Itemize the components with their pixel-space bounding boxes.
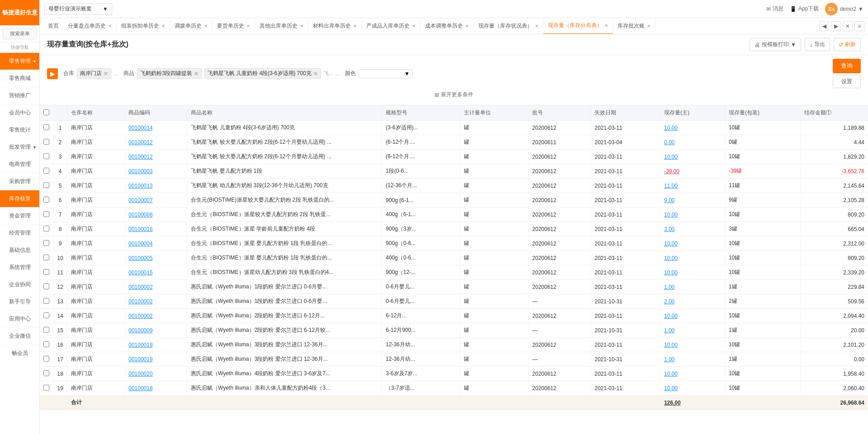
row-checkbox[interactable] (43, 370, 49, 376)
tab-combo-disassemble[interactable]: 组装拆卸单历史 ✕ (117, 18, 170, 34)
tab-home[interactable]: 首页 (43, 22, 63, 30)
cell-code[interactable]: 00100003 (125, 164, 187, 179)
row-checkbox[interactable] (43, 269, 49, 275)
tab-close-icon[interactable]: ✕ (300, 24, 303, 28)
cell-checkbox[interactable] (40, 338, 53, 352)
search-menu-button[interactable]: 搜索菜单 (3, 28, 37, 39)
cell-checkbox[interactable] (40, 294, 53, 309)
cell-checkbox[interactable] (40, 280, 53, 294)
cell-qty-main[interactable]: -39.00 (660, 164, 725, 179)
cell-code[interactable]: 00100015 (125, 265, 187, 280)
cell-checkbox[interactable] (40, 381, 53, 396)
product-extra[interactable]: ... (335, 71, 340, 76)
color-filter-input[interactable]: ▼ (359, 69, 413, 78)
tab-close-icon[interactable]: ✕ (204, 24, 208, 28)
cell-checkbox[interactable] (40, 193, 53, 208)
tab-batch-voucher[interactable]: 库存批次账 ✕ (613, 18, 656, 34)
cell-checkbox[interactable] (40, 251, 53, 265)
remove-warehouse-tag-button[interactable]: ✕ (104, 71, 108, 77)
cell-checkbox[interactable] (40, 236, 53, 251)
sidebar-item-marketing[interactable]: 营销推广 (0, 87, 39, 104)
tab-cost-adjust[interactable]: 成本调整单历史 ✕ (420, 18, 474, 34)
tab-menu-button[interactable]: ≡ (854, 21, 864, 31)
refresh-button[interactable]: ↺ 刷新 (834, 38, 861, 51)
cell-qty-main[interactable]: 10.00 (660, 309, 725, 323)
row-checkbox[interactable] (43, 182, 49, 188)
cell-qty-main[interactable]: 11.00 (660, 179, 725, 193)
cell-qty-main[interactable]: 9.00 (660, 193, 725, 208)
tab-close-icon[interactable]: ✕ (353, 24, 357, 28)
product-tag-2[interactable]: 飞鹤星飞帆 儿童奶粉 4段(3-6岁适用) 700克 ✕ (204, 68, 321, 79)
tab-close-icon[interactable]: ✕ (412, 24, 415, 28)
filter-expand-button[interactable]: ▶ (47, 68, 58, 79)
remove-product-tag-2-button[interactable]: ✕ (313, 71, 318, 77)
cell-code[interactable]: 00100013 (125, 179, 187, 193)
cell-qty-main[interactable]: 1.00 (660, 323, 725, 338)
cell-qty-main[interactable]: 10.00 (660, 121, 725, 135)
sidebar-item-purchase[interactable]: 采购管理 (0, 173, 39, 190)
cell-code[interactable]: 00100002 (125, 309, 187, 323)
sidebar-item-ops[interactable]: 经营管理 (0, 225, 39, 242)
account-selector[interactable]: 母婴行业演示账套 ▼ (44, 3, 112, 14)
cell-checkbox[interactable] (40, 150, 53, 164)
sidebar-item-system[interactable]: 系统管理 (0, 259, 39, 276)
tab-stock-dist[interactable]: 现存量（库存分布表） ✕ (543, 18, 613, 34)
cell-checkbox[interactable] (40, 135, 53, 150)
tab-material-out[interactable]: 材料出库单历史 ✕ (308, 18, 362, 34)
cell-code[interactable]: 00100019 (125, 352, 187, 367)
tab-close-icon[interactable]: ✕ (647, 24, 651, 28)
cell-checkbox[interactable] (40, 265, 53, 280)
tab-prev-button[interactable]: ◀ (819, 21, 829, 31)
cell-checkbox[interactable] (40, 164, 53, 179)
cell-checkbox[interactable] (40, 352, 53, 367)
tab-stock-status[interactable]: 现存量（库存状况表） ✕ (474, 18, 543, 34)
warehouse-more[interactable]: ... (114, 71, 118, 76)
row-checkbox[interactable] (43, 211, 49, 217)
cell-code[interactable]: 00100008 (125, 208, 187, 222)
sidebar-item-vip[interactable]: 畅会员 (0, 345, 39, 362)
cell-code[interactable]: 00100014 (125, 121, 187, 135)
export-button[interactable]: ↓ 导出 (805, 38, 830, 51)
cell-checkbox[interactable] (40, 179, 53, 193)
cell-checkbox[interactable] (40, 121, 53, 135)
cell-code[interactable]: 00100018 (125, 381, 187, 396)
cell-code[interactable]: 00100009 (125, 323, 187, 338)
row-checkbox[interactable] (43, 341, 49, 347)
tab-close-all-button[interactable]: ✕ (843, 21, 853, 31)
tab-split-history[interactable]: 分量盘点单历史 ✕ (63, 18, 117, 34)
product-more[interactable]: 飞... (324, 70, 333, 77)
sidebar-item-retail-shop[interactable]: 零售商城 (0, 70, 39, 87)
cell-qty-main[interactable]: 10.00 (660, 236, 725, 251)
sidebar-item-member[interactable]: 会员中心 (0, 104, 39, 122)
tab-product-in[interactable]: 产成品入库单历史 ✕ (362, 18, 420, 34)
cell-code[interactable]: 00100002 (125, 294, 187, 309)
sidebar-item-corp[interactable]: 企业协同 (0, 276, 39, 293)
app-download-button[interactable]: 📱 App下载 (790, 5, 819, 13)
tab-close-icon[interactable]: ✕ (108, 24, 112, 28)
cell-code[interactable]: 00100012 (125, 150, 187, 164)
cell-code[interactable]: 00100002 (125, 280, 187, 294)
row-checkbox[interactable] (43, 385, 49, 391)
cell-qty-main[interactable]: 10.00 (660, 150, 725, 164)
template-print-button[interactable]: 🖨 按模板打印 ▼ (750, 38, 801, 51)
cell-checkbox[interactable] (40, 309, 53, 323)
cell-code[interactable]: 00100004 (125, 236, 187, 251)
cell-qty-main[interactable]: 10.00 (660, 251, 725, 265)
row-checkbox[interactable] (43, 124, 49, 130)
row-checkbox[interactable] (43, 312, 49, 318)
cell-code[interactable]: 00100005 (125, 251, 187, 265)
row-checkbox[interactable] (43, 298, 49, 304)
tab-next-button[interactable]: ▶ (831, 21, 841, 31)
select-all-checkbox[interactable] (43, 109, 49, 115)
cell-qty-main[interactable]: 10.00 (660, 265, 725, 280)
cell-qty-main[interactable]: 1.00 (660, 352, 725, 367)
tab-close-icon[interactable]: ✕ (161, 24, 165, 28)
warehouse-tag[interactable]: 南岸门店 ✕ (77, 68, 111, 79)
expand-more-button[interactable]: ⊞ 展开更多条件 (47, 88, 861, 101)
sidebar-item-wholesale[interactable]: 批发管理 ▼ (0, 139, 39, 156)
cell-checkbox[interactable] (40, 222, 53, 236)
tab-request-history[interactable]: 要货单历史 ✕ (212, 18, 255, 34)
row-checkbox[interactable] (43, 356, 49, 362)
sidebar-item-base[interactable]: 基础信息 (0, 242, 39, 259)
user-menu[interactable]: Ea demo2 ▼ (825, 3, 863, 15)
